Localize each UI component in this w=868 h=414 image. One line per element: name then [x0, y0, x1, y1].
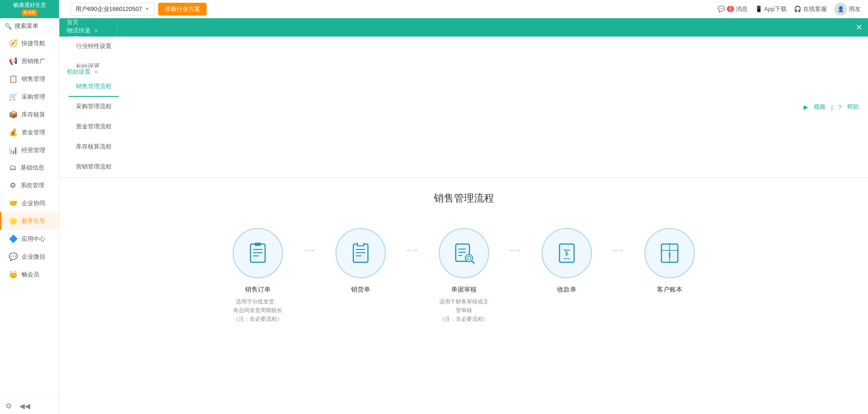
headset-icon: 🎧 — [794, 5, 801, 12]
sidebar-item-label: 经营管理 — [21, 146, 45, 154]
nav-tab-在线支付[interactable]: 在线支付✕ — [59, 35, 117, 43]
sidebar-logo: 畅康通好生意 标准版 — [0, 0, 59, 18]
sidebar-item-label: 应用中心 — [21, 235, 45, 243]
flow-step-收款单: ¥ 收款单 — [521, 228, 612, 297]
message-item[interactable]: 💬 6 消息 — [718, 5, 748, 13]
settings-icon[interactable]: ⚙ — [5, 402, 12, 410]
nav-tab-账号[interactable]: 账号✕ — [59, 43, 117, 51]
sidebar-icon: 🗂 — [9, 164, 17, 172]
search-label: 搜索菜单 — [15, 22, 38, 30]
sidebar-item-label: 快捷导航 — [21, 39, 45, 48]
sub-tab-资金管理流程[interactable]: 资金管理流程 — [69, 117, 119, 137]
sidebar-item-销售管理[interactable]: 📋销售管理 — [0, 70, 59, 88]
sidebar-icon: 💬 — [9, 252, 18, 261]
sub-tab-库存核算流程[interactable]: 库存核算流程 — [69, 137, 119, 157]
sidebar-icon: 🛒 — [9, 92, 18, 101]
flow-arrow: ···→ — [612, 228, 624, 255]
user-name: 用友 — [849, 5, 861, 13]
collapse-icon[interactable]: ◀◀ — [19, 402, 30, 410]
sidebar-item-企业微信[interactable]: 💬企业微信 — [0, 248, 59, 265]
sidebar-item-label: 资金管理 — [21, 128, 45, 137]
sidebar-icon: ⚙ — [9, 181, 17, 190]
app-download-label: App下载 — [764, 5, 787, 13]
sidebar: 畅康通好生意 标准版 🔍 搜索菜单 🧭快捷导航📢营销推广📋销售管理🛒采购管理📦库… — [0, 0, 59, 414]
sidebar-icon: 🧭 — [9, 39, 18, 48]
sidebar-item-经营管理[interactable]: 📊经营管理 — [0, 141, 59, 159]
nav-tab-初始设置[interactable]: 初始设置✕ — [59, 68, 117, 76]
close-all-tabs-button[interactable]: ✕ — [850, 18, 868, 37]
sidebar-item-label: 企业协同 — [21, 199, 45, 207]
sub-tabs: 行业特性设置初始设置销售管理流程采购管理流程资金管理流程库存核算流程营销管理流程… — [59, 37, 868, 178]
sidebar-item-label: 营销推广 — [21, 57, 45, 65]
close-tab-icon[interactable]: ✕ — [94, 61, 98, 66]
sidebar-item-新手引导[interactable]: 🌟新手引导 — [0, 212, 59, 230]
sidebar-icon: 💰 — [9, 128, 18, 137]
sidebar-item-基础信息[interactable]: 🗂基础信息 — [0, 159, 59, 176]
sub-tab-营销管理流程[interactable]: 营销管理流程 — [69, 157, 119, 177]
nav-tab-首页[interactable]: 首页 — [59, 18, 117, 27]
nav-tab-往来期初[interactable]: 往来期初✕ — [59, 59, 117, 68]
message-icon: 💬 — [718, 5, 725, 12]
step-circle-销售订单[interactable] — [233, 228, 283, 278]
step-circle-客户账本[interactable]: ¥ — [644, 228, 695, 278]
phone-icon: 📱 — [755, 5, 762, 12]
user-label: 用户690企业1660120507 — [75, 5, 142, 13]
step-name: 客户账本 — [657, 286, 682, 294]
sidebar-item-快捷导航[interactable]: 🧭快捷导航 — [0, 34, 59, 52]
nav-tab-邀请下游客户[interactable]: 邀请下游客户✕ — [59, 51, 117, 59]
divider: | — [831, 104, 832, 111]
sidebar-item-系统管理[interactable]: ⚙系统管理 — [0, 176, 59, 194]
flow-step-销货单: 销货单 — [315, 228, 406, 297]
message-label: 消息 — [736, 5, 748, 13]
sidebar-item-label: 系统管理 — [21, 181, 44, 190]
step-circle-收款单[interactable]: ¥ — [542, 228, 592, 278]
sidebar-icon: 📢 — [9, 57, 18, 65]
flow-step-客户账本: ¥ 客户账本 — [624, 228, 715, 297]
sidebar-item-畅会员[interactable]: 👑畅会员 — [0, 265, 59, 283]
step-circle-单据审核[interactable] — [439, 228, 489, 278]
user-avatar-item[interactable]: 👤 用友 — [834, 3, 861, 16]
sidebar-item-应用中心[interactable]: 🔷应用中心 — [0, 230, 59, 248]
flow-arrow: ···→ — [304, 228, 315, 255]
help-icon: ? — [838, 104, 841, 111]
trial-button[interactable]: 体验行业方案 — [158, 3, 207, 16]
main-content: 行业特性设置初始设置销售管理流程采购管理流程资金管理流程库存核算流程营销管理流程… — [59, 37, 868, 414]
step-desc: 适用于财务审核或主 管审核 （注：非必要流程） — [439, 297, 489, 324]
step-circle-销货单[interactable] — [335, 228, 386, 278]
sidebar-item-label: 企业微信 — [21, 253, 45, 261]
close-tab-icon[interactable]: ✕ — [82, 45, 86, 50]
sidebar-icon: 🌟 — [9, 217, 18, 225]
sub-tab-销售管理流程[interactable]: 销售管理流程 — [69, 77, 119, 97]
sidebar-item-label: 采购管理 — [21, 93, 45, 101]
svg-rect-4 — [255, 243, 261, 246]
sidebar-icon: 🤝 — [9, 199, 18, 207]
sidebar-item-资金管理[interactable]: 💰资金管理 — [0, 123, 59, 141]
sub-tab-采购管理流程[interactable]: 采购管理流程 — [69, 97, 119, 117]
step-name: 收款单 — [557, 286, 576, 294]
nav-tab-物流快递[interactable]: 物流快递✕ — [59, 27, 117, 35]
sidebar-search[interactable]: 🔍 搜索菜单 — [0, 18, 59, 34]
step-name: 销售订单 — [245, 286, 271, 294]
sidebar-item-营销推广[interactable]: 📢营销推广 — [0, 52, 59, 70]
flow-step-单据审核: 单据审核适用于财务审核或主 管审核 （注：非必要流程） — [418, 228, 510, 324]
sidebar-icon: 👑 — [9, 270, 18, 279]
sidebar-item-label: 新手引导 — [21, 217, 45, 225]
sidebar-item-企业协同[interactable]: 🤝企业协同 — [0, 194, 59, 212]
online-service-item[interactable]: 🎧 在线客服 — [794, 5, 827, 13]
sidebar-item-label: 库存核算 — [21, 111, 45, 119]
video-label[interactable]: 视频 — [814, 103, 825, 111]
close-tab-icon[interactable]: ✕ — [106, 53, 110, 58]
nav-tab-label: 往来期初 — [67, 59, 91, 68]
close-tab-icon[interactable]: ✕ — [94, 37, 98, 42]
sidebar-bottom: ⚙ ◀◀ — [0, 398, 59, 414]
close-tab-icon[interactable]: ✕ — [94, 69, 98, 74]
nav-tab-label: 物流快递 — [67, 27, 91, 35]
close-tab-icon[interactable]: ✕ — [94, 28, 98, 33]
app-download-item[interactable]: 📱 App下载 — [755, 5, 787, 13]
video-help-icon: ▶ — [804, 104, 808, 111]
user-selector[interactable]: 用户690企业1660120507 ▼ — [70, 3, 154, 16]
sidebar-item-库存核算[interactable]: 📦库存核算 — [0, 106, 59, 123]
sidebar-item-采购管理[interactable]: 🛒采购管理 — [0, 88, 59, 106]
flow-steps: 销售订单适用于分批发货、 有合同发货周期较长 （注：非必要流程）···→ 销货单… — [190, 228, 738, 324]
help-label[interactable]: 帮助 — [847, 103, 859, 111]
